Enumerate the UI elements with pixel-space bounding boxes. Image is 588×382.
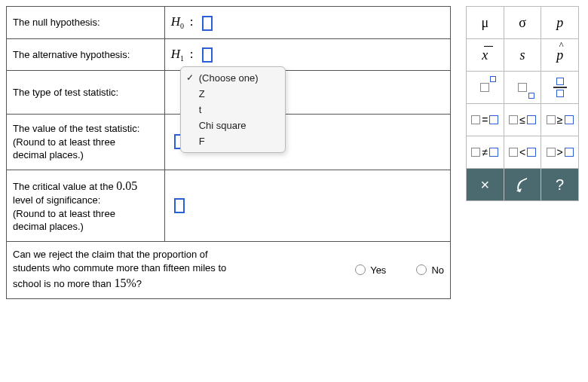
critical-value-label: The critical value at the 0.05 level of … <box>7 170 165 241</box>
colon: : <box>190 14 194 29</box>
palette-help-button[interactable]: ? <box>541 169 578 200</box>
stat-value-label: The value of the test statistic: (Round … <box>7 115 165 170</box>
palette-s[interactable]: s <box>504 39 542 71</box>
radio-yes-label: Yes <box>370 264 386 276</box>
box-icon <box>480 83 489 92</box>
box-icon <box>490 76 496 82</box>
dropdown-option-chi-square[interactable]: Chi square <box>181 118 285 133</box>
dropdown-option-t[interactable]: t <box>181 102 285 118</box>
radio-yes[interactable]: Yes <box>355 264 386 276</box>
conclusion-question: Can we reject the claim that the proport… <box>13 248 325 292</box>
dropdown-option-choose-one[interactable]: (Choose one) <box>181 70 285 86</box>
null-hypothesis-label: The null hypothesis: <box>7 7 165 39</box>
radio-circle-icon <box>416 264 427 275</box>
palette-subscript[interactable] <box>504 72 542 103</box>
null-hypothesis-input[interactable] <box>202 16 213 31</box>
palette-eq[interactable]: = <box>467 104 504 136</box>
palette-close-button[interactable]: × <box>467 169 504 200</box>
undo-icon <box>514 178 530 191</box>
palette-gt[interactable]: > <box>541 136 578 168</box>
critical-value-cell <box>164 170 450 241</box>
palette-mu[interactable]: μ <box>467 7 504 38</box>
symbol-palette: μ σ p x s p = ≤ ≥ <box>466 6 579 201</box>
row-critical-value: The critical value at the 0.05 level of … <box>7 170 451 241</box>
box-icon <box>518 83 527 92</box>
palette-le[interactable]: ≤ <box>504 104 542 136</box>
alt-hypothesis-label: The alternative hypothesis: <box>7 38 165 71</box>
colon: : <box>190 47 194 61</box>
stat-type-cell: (Choose one) Z t Chi square F <box>164 71 450 115</box>
palette-ne[interactable]: ≠ <box>467 136 504 168</box>
palette-superscript[interactable] <box>467 72 504 103</box>
dropdown-option-f[interactable]: F <box>181 133 285 149</box>
palette-sigma[interactable]: σ <box>504 7 542 38</box>
stat-type-label: The type of test statistic: <box>7 71 165 115</box>
palette-phat[interactable]: p <box>541 39 578 71</box>
palette-lt[interactable]: < <box>504 136 542 168</box>
dropdown-option-z[interactable]: Z <box>181 86 285 102</box>
palette-p[interactable]: p <box>541 7 578 38</box>
row-null-hypothesis: The null hypothesis: H0 : <box>7 7 451 39</box>
alt-hypothesis-input[interactable] <box>202 47 213 63</box>
palette-fraction[interactable] <box>541 72 578 103</box>
palette-ge[interactable]: ≥ <box>541 104 578 136</box>
radio-circle-icon <box>355 264 366 275</box>
row-conclusion: Can we reject the claim that the proport… <box>7 242 451 299</box>
palette-xbar[interactable]: x <box>467 39 504 71</box>
h0-symbol: H0 <box>171 14 184 29</box>
critical-value-input[interactable] <box>174 198 185 213</box>
box-icon <box>528 93 534 99</box>
fraction-icon <box>553 78 567 97</box>
null-hypothesis-value-cell: H0 : <box>164 7 450 39</box>
conclusion-cell: Can we reject the claim that the proport… <box>7 242 451 299</box>
radio-no-label: No <box>431 264 444 276</box>
stat-type-dropdown[interactable]: (Choose one) Z t Chi square F <box>180 66 286 153</box>
row-stat-type: The type of test statistic: (Choose one)… <box>7 71 451 115</box>
radio-no[interactable]: No <box>416 264 444 276</box>
palette-undo-button[interactable] <box>504 169 542 200</box>
hypothesis-test-table: The null hypothesis: H0 : The alternativ… <box>6 6 451 299</box>
h1-symbol: H1 <box>171 47 184 61</box>
